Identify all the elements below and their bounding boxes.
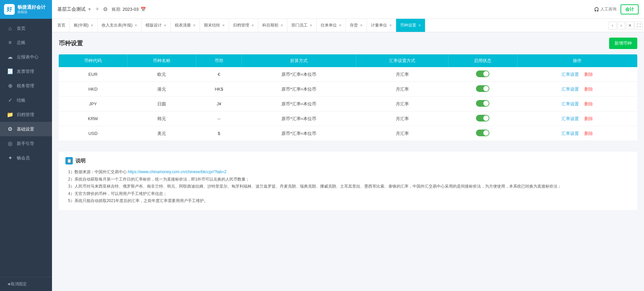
rate-setting-button-3[interactable]: 汇率设置 [561, 116, 579, 121]
table-row: HKD港元HK$原币*汇率=本位币月汇率汇率设置删除 [59, 82, 637, 97]
sidebar-item-guide[interactable]: ◎新手引导 [0, 136, 52, 151]
tab-close-account[interactable]: ✕ [91, 23, 93, 27]
toggle-2[interactable] [476, 100, 489, 107]
toggle-4[interactable] [476, 130, 489, 136]
rate-setting-button-4[interactable]: 汇率设置 [561, 131, 579, 136]
nav-label-archive: 归档管理 [17, 112, 34, 118]
user-role-button[interactable]: 会计 [621, 4, 639, 14]
sidebar-item-settings[interactable]: ⚙基础设置 [0, 122, 52, 136]
cell-2-0: JPY [59, 97, 127, 111]
calendar-icon[interactable]: 📅 [141, 7, 146, 12]
tab-department[interactable]: 部门员工✕ [287, 19, 317, 32]
tab-close-inventory[interactable]: ✕ [360, 23, 363, 27]
tab-close-unit[interactable]: ✕ [389, 23, 392, 27]
tab-close-template[interactable]: ✕ [164, 23, 166, 27]
tab-home[interactable]: 首页 [53, 19, 70, 32]
toggle-1[interactable] [476, 85, 489, 92]
sidebar-nav: ⌂首页≡总账☁云报表中心🧾发票管理⊕税务管理✓结账📁归档管理⚙基础设置◎新手引导… [0, 19, 52, 277]
tab-unit[interactable]: 计量单位✕ [367, 19, 396, 32]
tab-close-all-button[interactable]: ✕ [626, 21, 634, 30]
sidebar-item-home[interactable]: ⌂首页 [0, 21, 52, 36]
cell-2-2: J¥ [196, 97, 242, 111]
company-settings-button[interactable]: ⚙ [103, 6, 108, 12]
topbar: 基层工会测试 ▼ + ⚙ 账期 2023-03 📅 🎧 人工咨询 会计 [52, 0, 644, 19]
tab-account[interactable]: 账(中期)✕ [70, 19, 98, 32]
tab-template[interactable]: 模版设计✕ [142, 19, 171, 32]
tab-subject[interactable]: 科目期初✕ [258, 19, 287, 32]
headphone-icon: 🎧 [594, 7, 599, 12]
notice-link[interactable]: https://www.chinamoney.com.cn/chinese/bk… [128, 169, 226, 174]
sidebar-item-member[interactable]: ✦畅会员 [0, 151, 52, 165]
page-content: 币种设置 新增币种 币种代码币种名称币符折算方式汇率设置方式启用状态操作 EUR… [52, 32, 644, 291]
tab-close-tax[interactable]: ✕ [193, 23, 196, 27]
new-currency-button[interactable]: 新增币种 [609, 38, 637, 49]
nav-label-reports: 云报表中心 [17, 54, 39, 60]
table-row: KRW韩元--原币*汇率=本位币月汇率汇率设置删除 [59, 111, 637, 126]
sidebar-item-tax[interactable]: ⊕税务管理 [0, 79, 52, 93]
tab-inventory[interactable]: 存货✕ [346, 19, 367, 32]
tab-income[interactable]: 收入支出表(年报)✕ [98, 19, 142, 32]
rate-setting-button-2[interactable]: 汇率设置 [561, 101, 579, 106]
logo-text-group: 畅捷通好会计 旗舰版 [17, 4, 46, 15]
table-header: 币种代码币种名称币符折算方式汇率设置方式启用状态操作 [59, 54, 637, 67]
tab-close-income[interactable]: ✕ [135, 23, 137, 27]
cell-4-1: 美元 [127, 126, 196, 141]
tab-label-inventory: 存货 [350, 22, 358, 28]
nav-label-guide: 新手引导 [17, 141, 34, 147]
tab-label-partner: 往来单位 [321, 22, 337, 28]
period-selector: 账期 2023-03 📅 [112, 6, 146, 12]
cell-2-4: 月汇率 [356, 97, 448, 111]
tab-next-button[interactable]: › [617, 21, 625, 30]
page-title: 币种设置 [59, 39, 83, 47]
col-header-1: 币种名称 [127, 54, 196, 67]
cell-3-1: 韩元 [127, 111, 196, 126]
sidebar-item-archive[interactable]: 📁归档管理 [0, 107, 52, 122]
nav-label-home: 首页 [17, 26, 25, 32]
cell-4-0: USD [59, 126, 127, 141]
company-selector[interactable]: 基层工会测试 ▼ [57, 6, 92, 12]
tab-close-archive[interactable]: ✕ [251, 23, 254, 27]
tab-expand-button[interactable]: ⛶ [635, 21, 643, 30]
tab-label-closing: 期末结转 [204, 22, 220, 28]
nav-label-tax: 税务管理 [17, 83, 34, 89]
support-button[interactable]: 🎧 人工咨询 [594, 6, 616, 12]
sidebar-unpin[interactable]: ◄取消固定 [0, 277, 52, 291]
tab-tax[interactable]: 税表清册✕ [171, 19, 200, 32]
tab-partner[interactable]: 往来单位✕ [317, 19, 346, 32]
cell-3-4: 月汇率 [356, 111, 448, 126]
tab-close-closing[interactable]: ✕ [222, 23, 225, 27]
tab-label-department: 部门员工 [291, 22, 308, 28]
tab-label-archive: 归档管理 [233, 22, 249, 28]
rate-setting-button-1[interactable]: 汇率设置 [561, 87, 579, 92]
add-company-button[interactable]: + [96, 6, 99, 13]
tab-close-subject[interactable]: ✕ [280, 23, 283, 27]
cell-1-2: HK$ [196, 82, 242, 97]
nav-icon-member: ✦ [7, 155, 13, 161]
sidebar-item-settlement[interactable]: ✓结账 [0, 93, 52, 107]
tab-close-partner[interactable]: ✕ [339, 23, 341, 27]
delete-button-0[interactable]: 删除 [584, 72, 593, 77]
tab-archive[interactable]: 归档管理✕ [229, 19, 258, 32]
main-area: 基层工会测试 ▼ + ⚙ 账期 2023-03 📅 🎧 人工咨询 会计 首页账(… [52, 0, 644, 291]
sidebar-item-reports[interactable]: ☁云报表中心 [0, 50, 52, 64]
tab-nav: ‹ › ✕ ⛶ [608, 21, 643, 30]
cell-0-1: 欧元 [127, 67, 196, 82]
table-row: JPY日圆J¥原币*汇率=本位币月汇率汇率设置删除 [59, 97, 637, 111]
nav-icon-home: ⌂ [7, 26, 13, 32]
toggle-3[interactable] [476, 115, 489, 122]
sidebar-item-ledger[interactable]: ≡总账 [0, 36, 52, 50]
tab-closing[interactable]: 期末结转✕ [200, 19, 229, 32]
sidebar-item-invoice[interactable]: 🧾发票管理 [0, 64, 52, 79]
delete-button-3[interactable]: 删除 [584, 116, 593, 121]
rate-setting-button-0[interactable]: 汇率设置 [561, 72, 579, 77]
tab-prev-button[interactable]: ‹ [608, 21, 616, 30]
delete-button-2[interactable]: 删除 [584, 101, 593, 106]
tab-close-department[interactable]: ✕ [310, 23, 312, 27]
notice-title-text: 说明 [75, 158, 86, 164]
delete-button-1[interactable]: 删除 [584, 87, 593, 92]
notice-title-row: 📋 说明 [65, 157, 631, 164]
tab-close-currency[interactable]: ✕ [418, 23, 421, 27]
toggle-0[interactable] [476, 70, 489, 77]
tab-currency[interactable]: 币种设置✕ [396, 19, 425, 32]
delete-button-4[interactable]: 删除 [584, 131, 593, 136]
